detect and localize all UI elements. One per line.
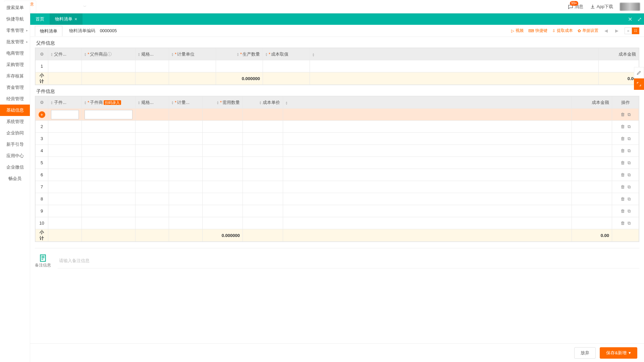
child-col-cost-amount[interactable]: 成本金额 (572, 97, 612, 109)
toolbar-doc-setting[interactable]: ✿单据设置 (578, 28, 598, 34)
discard-button[interactable]: 放弃 (574, 347, 596, 359)
copy-row-icon[interactable]: ⧉ (628, 136, 631, 141)
sidebar-item-quicknav[interactable]: 快捷导航 (0, 13, 30, 25)
sidebar-item-ecom[interactable]: 电商管理 (0, 48, 30, 59)
copy-row-icon[interactable]: ⧉ (628, 124, 631, 129)
delete-row-icon[interactable]: 🗑 (621, 136, 625, 141)
tab-home[interactable]: 首页 (30, 13, 50, 25)
sidebar-item-finance[interactable]: 资金管理 (0, 82, 30, 93)
rail-expand-button[interactable] (634, 78, 644, 90)
parent-col-cost-source[interactable]: *成本取值 (263, 48, 310, 60)
sidebar-item-retail[interactable]: 零售管理 (0, 25, 30, 36)
sidebar-item-basic[interactable]: 基础信息 (0, 105, 30, 116)
nav-prev[interactable]: ◀ (603, 28, 609, 33)
tab-close-icon[interactable]: × (74, 13, 77, 25)
add-row-icon[interactable]: + (39, 111, 45, 118)
delete-row-icon[interactable]: 🗑 (621, 172, 625, 177)
child-row[interactable]: 6🗑⧉ (36, 169, 639, 181)
parent-col-short[interactable]: 父件... (48, 48, 82, 60)
copy-row-icon[interactable]: ⧉ (628, 148, 631, 154)
parent-col-qty[interactable]: *生产数量 (216, 48, 263, 60)
delete-row-icon[interactable]: 🗑 (621, 148, 625, 153)
child-row-ops: 🗑⧉ (612, 181, 639, 193)
child-col-unit[interactable]: *计量... (169, 97, 203, 109)
sidebar-item-guide[interactable]: 新手引导 (0, 139, 30, 150)
child-row-ops: 🗑⧉ (612, 169, 639, 181)
child-row-idx: 3 (36, 133, 48, 145)
user-avatar[interactable] (620, 3, 640, 11)
toolbar-video[interactable]: ▷视频 (511, 28, 524, 34)
child-row[interactable]: 10🗑⧉ (36, 217, 639, 229)
sidebar-item-appcenter[interactable]: 应用中心 (0, 150, 30, 162)
tab-close-button[interactable]: ✕ (625, 14, 635, 24)
parent-col-unit[interactable]: *计量单位 (169, 48, 216, 60)
nav-next[interactable]: ▶ (614, 28, 620, 33)
child-row[interactable]: +🗑⧉ (36, 109, 639, 121)
copy-row-icon[interactable]: ⧉ (628, 172, 631, 178)
child-row[interactable]: 9🗑⧉ (36, 205, 639, 217)
messages-link[interactable]: 99+ 消息 (568, 4, 583, 10)
remark-input[interactable] (58, 253, 639, 268)
copy-row-icon[interactable]: ⧉ (628, 184, 631, 190)
keyboard-icon: ⌨ (528, 28, 534, 33)
child-row[interactable]: 7🗑⧉ (36, 181, 639, 193)
tab-fullscreen-button[interactable]: ⤢ (635, 14, 644, 24)
parent-col-product[interactable]: *父件商品ⓘ (82, 48, 136, 60)
toolbar-extract-cost[interactable]: ⇩提取成本 (552, 28, 573, 34)
parent-col-cost-amount[interactable]: 成本金额 (599, 48, 639, 60)
doc-code-label: 物料清单编码 (69, 28, 95, 33)
copy-row-icon[interactable]: ⧉ (628, 208, 631, 214)
delete-row-icon[interactable]: 🗑 (621, 221, 625, 226)
tenant-select[interactable]: ﹀ (43, 4, 87, 9)
delete-row-icon[interactable]: 🗑 (621, 124, 625, 129)
doc-header: 物料清单 物料清单编码 0000005 ▷视频 ⌨快捷键 ⇩提取成本 ✿单据设置… (30, 25, 644, 37)
child-row[interactable]: 3🗑⧉ (36, 133, 639, 145)
child-col-short[interactable]: 子件... (48, 97, 82, 109)
child-row[interactable]: 8🗑⧉ (36, 193, 639, 205)
copy-row-icon[interactable]: ⧉ (628, 160, 631, 166)
scan-entry-badge[interactable]: 扫码录入 (104, 100, 121, 105)
child-row[interactable]: 5🗑⧉ (36, 157, 639, 169)
view-list[interactable]: ≡ (625, 27, 632, 34)
child-col-spec[interactable]: 规格... (136, 97, 169, 109)
parent-row[interactable]: 1 (36, 60, 639, 72)
sidebar-item-member[interactable]: 畅会员 (0, 173, 30, 184)
child-row[interactable]: 4🗑⧉ (36, 145, 639, 157)
save-new-button[interactable]: 保存&新增 ▾ (600, 347, 637, 359)
sidebar-item-system[interactable]: 系统管理 (0, 116, 30, 127)
rail-edit-button[interactable] (634, 67, 644, 78)
child-gear-header[interactable]: ⚙ (36, 97, 48, 109)
sidebar-item-search[interactable]: 搜索菜单 (0, 2, 30, 13)
remark-label: 备注信息 (35, 262, 51, 268)
view-form[interactable]: ☷ (632, 27, 639, 34)
child-row[interactable]: 2🗑⧉ (36, 121, 639, 133)
child-col-product[interactable]: *子件商扫码录入 (82, 97, 136, 109)
toolbar-shortcut[interactable]: ⌨快捷键 (528, 28, 547, 34)
child-product-input[interactable] (85, 110, 132, 119)
child-col-need-qty[interactable]: *需用数量 (203, 97, 243, 109)
parent-col-spec[interactable]: 规格... (136, 48, 169, 60)
sidebar-item-wecom[interactable]: 企业微信 (0, 162, 30, 173)
sidebar-item-wholesale[interactable]: 批发管理 (0, 36, 30, 48)
child-col-unit-cost[interactable]: 成本单价 (243, 97, 283, 109)
child-row-idx: 6 (36, 169, 48, 181)
app-download-link[interactable]: App下载 (590, 4, 613, 10)
delete-row-icon[interactable]: 🗑 (621, 196, 625, 201)
sidebar-item-purchase[interactable]: 采购管理 (0, 59, 30, 70)
doc-tab-title[interactable]: 物料清单 (35, 26, 62, 36)
copy-row-icon[interactable]: ⧉ (628, 112, 631, 117)
delete-row-icon[interactable]: 🗑 (621, 208, 625, 214)
copy-row-icon[interactable]: ⧉ (628, 221, 631, 226)
tab-bom[interactable]: 物料清单 × (50, 13, 83, 25)
copy-row-icon[interactable]: ⧉ (628, 196, 631, 202)
delete-row-icon[interactable]: 🗑 (621, 184, 625, 189)
delete-row-icon[interactable]: 🗑 (621, 160, 625, 165)
sidebar-item-inventory[interactable]: 库存核算 (0, 70, 30, 82)
sidebar-item-collab[interactable]: 企业协同 (0, 127, 30, 139)
child-col-ops: 操作 (612, 97, 639, 109)
child-section-title: 子件信息 (30, 85, 644, 96)
delete-row-icon[interactable]: 🗑 (621, 112, 625, 117)
sidebar-item-operate[interactable]: 经营管理 (0, 93, 30, 105)
child-short-input[interactable] (51, 110, 79, 119)
parent-gear-header[interactable]: ⚙ (36, 48, 48, 60)
